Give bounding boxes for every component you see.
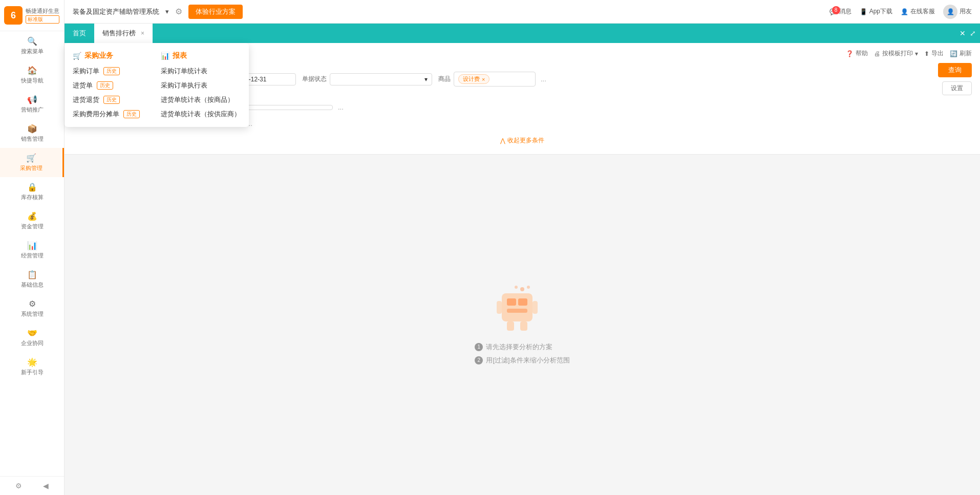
menu-item-purchase-order[interactable]: 采购订单 历史 [73, 67, 153, 76]
collapse-up-icon: ⋀ [500, 137, 505, 144]
export-icon: ⬆ [924, 50, 929, 57]
help-icon: ❓ [846, 50, 854, 57]
notif-badge: 8 [832, 6, 840, 14]
purchase-section-title: 🛒 采购业务 [73, 51, 153, 60]
logo-icon: 6 [4, 6, 23, 25]
enterprise-icon: 🤝 [27, 328, 37, 338]
goods-tag-close-icon[interactable]: × [482, 76, 485, 82]
refresh-label: 刷新 [960, 49, 972, 58]
sidebar-item-finance[interactable]: 💰 资金管理 [0, 206, 64, 235]
menu-item-expense[interactable]: 采购费用分摊单 历史 [73, 110, 153, 119]
hist-badge-return[interactable]: 历史 [103, 96, 120, 104]
footer-settings-btn[interactable]: ⚙ [15, 482, 22, 490]
help-label: 帮助 [856, 49, 868, 58]
search-icon: 🔍 [27, 36, 37, 46]
sidebar-item-sales[interactable]: 📦 销售管理 [0, 119, 64, 148]
print-action[interactable]: 🖨 按模板打印 ▾ [874, 49, 918, 58]
svg-rect-6 [507, 321, 514, 331]
purchase-section-icon: 🛒 [73, 52, 81, 60]
marketing-icon: 📢 [27, 95, 37, 104]
doc-status-select[interactable]: ▾ [330, 73, 432, 85]
hist-badge-incoming[interactable]: 历史 [97, 81, 113, 90]
empty-text: 1 请先选择要分析的方案 2 用[过滤]条件来缩小分析范围 [475, 340, 569, 367]
footer-collapse-btn[interactable]: ◀ [43, 482, 49, 490]
doc-status-filter: 单据状态 ▾ [302, 73, 432, 85]
incoming-label: 进货单 [73, 81, 93, 90]
settings-gear-icon[interactable]: ⚙ [175, 7, 182, 16]
report-section-icon: 📊 [161, 52, 169, 60]
print-dropdown-icon: ▾ [915, 50, 918, 57]
tab-close-icon[interactable]: × [141, 30, 144, 37]
help-action[interactable]: ❓ 帮助 [846, 49, 868, 58]
goods-tag: 设计费 × [458, 74, 489, 84]
print-label: 按模板打印 [882, 49, 913, 58]
report-menu-items: 采购订单统计表 采购订单执行表 进货单统计表（按商品） 进货单统计表（按供应商） [161, 67, 241, 119]
sidebar-item-search[interactable]: 🔍 搜索菜单 [0, 31, 64, 60]
refresh-icon: 🔄 [950, 50, 957, 57]
app-download-action[interactable]: 📱 App下载 [860, 7, 892, 16]
menu-item-return[interactable]: 进货退货 历史 [73, 95, 153, 104]
industry-btn[interactable]: 体验行业方案 [188, 5, 243, 19]
inventory-icon: 🔒 [27, 182, 37, 192]
hist-badge-purchase-order[interactable]: 历史 [103, 67, 120, 75]
hint-2: 2 用[过滤]条件来缩小分析范围 [475, 354, 569, 367]
menu-item-incoming-stat-goods[interactable]: 进货单统计表（按商品） [161, 95, 241, 104]
tab-sales-rank[interactable]: 销售排行榜 × [94, 24, 153, 43]
operations-icon: 📊 [27, 241, 37, 250]
purchase-order-label: 采购订单 [73, 67, 99, 76]
menu-item-incoming[interactable]: 进货单 历史 [73, 81, 153, 90]
hint-1: 1 请先选择要分析的方案 [475, 340, 569, 354]
query-btn[interactable]: 查询 [938, 63, 972, 77]
topbar-dropdown[interactable]: ▾ [165, 8, 169, 15]
export-label: 导出 [931, 49, 944, 58]
avatar-placeholder: 👤 [947, 8, 954, 15]
sidebar-item-purchase[interactable]: 🛒 采购管理 [0, 148, 64, 177]
menu-item-po-exec[interactable]: 采购订单执行表 [161, 81, 241, 90]
active-tab-label: 销售排行榜 [102, 29, 136, 38]
export-action[interactable]: ⬆ 导出 [924, 49, 944, 58]
sidebar-item-inventory[interactable]: 🔒 库存核算 [0, 177, 64, 206]
sidebar-item-guide[interactable]: 🌟 新手引导 [0, 352, 64, 381]
filter-right-actions: 查询 设置 [938, 63, 972, 95]
phone-icon: 📱 [860, 8, 867, 15]
svg-rect-1 [507, 298, 516, 306]
purchase-section: 🛒 采购业务 采购订单 历史 进货单 历史 进货退货 历史 采购费用分摊单 [73, 51, 153, 119]
svg-rect-2 [518, 298, 527, 306]
menu-item-incoming-stat-supplier[interactable]: 进货单统计表（按供应商） [161, 110, 241, 119]
messages-action[interactable]: 💬 8 消息 [829, 7, 851, 16]
online-service-action[interactable]: 👤 在线客服 [901, 7, 935, 16]
sidebar-item-enterprise[interactable]: 🤝 企业协同 [0, 323, 64, 352]
sidebar: 6 畅捷通好生意 标准版 🔍 搜索菜单 🏠 快捷导航 📢 营销推广 📦 [0, 0, 65, 495]
empty-icon [492, 283, 553, 334]
menu-item-po-stat[interactable]: 采购订单统计表 [161, 67, 241, 76]
empty-state: 1 请先选择要分析的方案 2 用[过滤]条件来缩小分析范围 [65, 155, 980, 495]
user-action[interactable]: 👤 用友 [943, 5, 972, 19]
logo-badge: 标准版 [26, 15, 59, 24]
refresh-action[interactable]: 🔄 刷新 [950, 49, 972, 58]
sidebar-item-system[interactable]: ⚙ 系统管理 [0, 294, 64, 323]
salesperson-dots[interactable]: ... [336, 103, 346, 111]
sidebar-item-base-info[interactable]: 📋 基础信息 [0, 265, 64, 294]
collapse-label: 收起更多条件 [507, 136, 544, 145]
goods-dots[interactable]: ... [539, 75, 548, 83]
tab-home[interactable]: 首页 [65, 24, 94, 43]
tabbar: 首页 销售排行榜 × ✕ ⤢ [65, 24, 980, 43]
setting-btn[interactable]: 设置 [942, 81, 972, 95]
tab-close-window-icon[interactable]: ✕ [960, 29, 966, 37]
tab-fullscreen-icon[interactable]: ⤢ [970, 29, 976, 37]
po-stat-label: 采购订单统计表 [161, 67, 207, 76]
goods-input[interactable]: 设计费 × [454, 72, 536, 87]
svg-rect-0 [502, 293, 532, 321]
doc-status-label: 单据状态 [302, 75, 327, 83]
goods-label: 商品 [438, 75, 451, 83]
home-tab-label: 首页 [73, 29, 86, 38]
purchase-menu-items: 采购订单 历史 进货单 历史 进货退货 历史 采购费用分摊单 历史 [73, 67, 153, 119]
dropdown-header: 🛒 采购业务 采购订单 历史 进货单 历史 进货退货 历史 采购费用分摊单 [73, 51, 241, 119]
filter-collapse[interactable]: ⋀ 收起更多条件 [73, 133, 972, 148]
sidebar-item-marketing[interactable]: 📢 营销推广 [0, 90, 64, 119]
incoming-stat-goods-label: 进货单统计表（按商品） [161, 95, 234, 104]
sidebar-item-quick-nav[interactable]: 🏠 快捷导航 [0, 60, 64, 90]
hist-badge-expense[interactable]: 历史 [123, 110, 140, 118]
sidebar-item-operations[interactable]: 📊 经营管理 [0, 235, 64, 265]
logo-text: 畅捷通好生意 [26, 7, 59, 15]
